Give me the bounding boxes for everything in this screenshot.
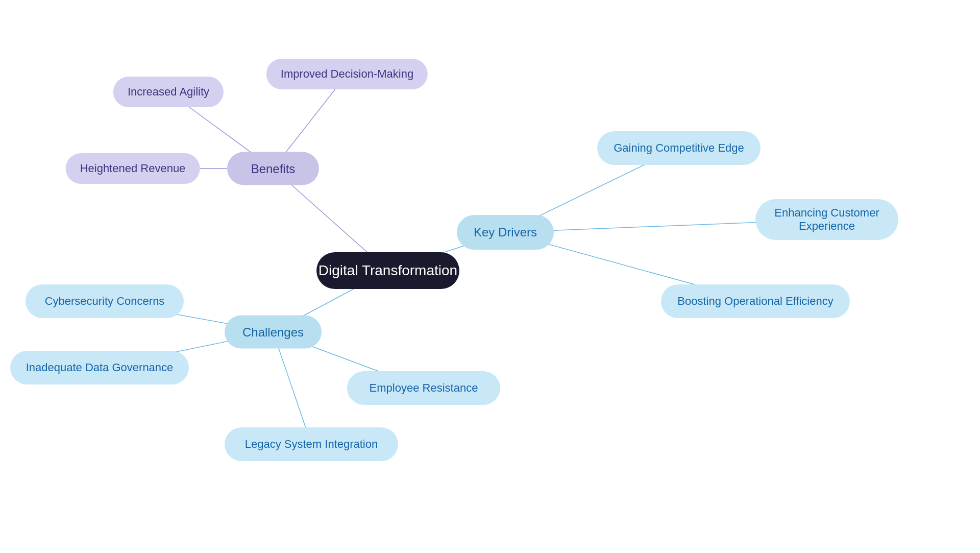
boosting-operational-efficiency-label: Boosting Operational Efficiency (677, 295, 833, 308)
heightened-revenue-node[interactable]: Heightened Revenue (66, 153, 200, 184)
gaining-competitive-edge-label: Gaining Competitive Edge (614, 141, 744, 155)
challenges-label: Challenges (242, 325, 304, 339)
enhancing-customer-experience-node[interactable]: Enhancing Customer Experience (755, 199, 898, 240)
benefits-node-label: Benefits (251, 161, 296, 176)
cybersecurity-concerns-node[interactable]: Cybersecurity Concerns (26, 284, 184, 318)
inadequate-data-governance-label: Inadequate Data Governance (26, 361, 174, 374)
gaining-competitive-edge-node[interactable]: Gaining Competitive Edge (597, 131, 761, 165)
employee-resistance-node[interactable]: Employee Resistance (347, 371, 500, 405)
key-drivers-node[interactable]: Key Drivers (457, 215, 554, 250)
challenges-node[interactable]: Challenges (225, 316, 322, 349)
improved-decision-making-node[interactable]: Improved Decision-Making (266, 59, 428, 89)
cybersecurity-concerns-label: Cybersecurity Concerns (45, 295, 165, 308)
heightened-revenue-label: Heightened Revenue (80, 162, 186, 175)
legacy-system-integration-label: Legacy System Integration (245, 438, 378, 451)
inadequate-data-governance-node[interactable]: Inadequate Data Governance (10, 351, 189, 384)
legacy-system-integration-node[interactable]: Legacy System Integration (225, 427, 398, 461)
mind-map: Digital Transformation Benefits Improved… (0, 0, 980, 553)
employee-resistance-label: Employee Resistance (370, 381, 478, 395)
central-node[interactable]: Digital Transformation (316, 252, 459, 289)
key-drivers-label: Key Drivers (474, 225, 537, 239)
boosting-operational-efficiency-node[interactable]: Boosting Operational Efficiency (661, 284, 850, 318)
benefits-node[interactable]: Benefits (227, 152, 319, 185)
central-node-label: Digital Transformation (318, 262, 457, 279)
enhancing-customer-experience-label: Enhancing Customer Experience (770, 206, 884, 233)
increased-agility-node[interactable]: Increased Agility (113, 77, 224, 107)
improved-decision-label: Improved Decision-Making (281, 67, 413, 81)
increased-agility-label: Increased Agility (128, 85, 209, 99)
